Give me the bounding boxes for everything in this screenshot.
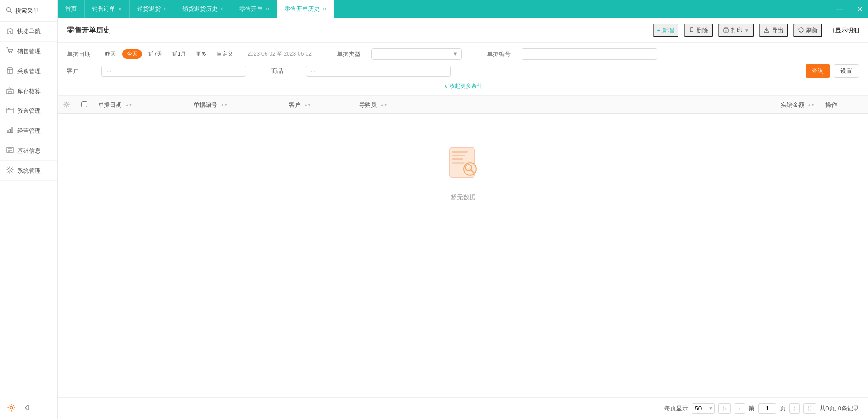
warehouse-icon [6, 87, 14, 95]
print-icon [723, 27, 729, 34]
window-minimize-icon[interactable]: — [836, 5, 843, 13]
add-button[interactable]: + 新增 [653, 24, 679, 37]
sidebar-item-operation[interactable]: 经营管理 [0, 121, 57, 141]
collapse-button[interactable]: ∧ 收起更多条件 [444, 82, 482, 90]
amount-sort-icon[interactable]: ▲▼ [807, 103, 815, 107]
sidebar-item-label: 库存核算 [17, 87, 41, 95]
tab-retail-open[interactable]: 零售开单 ✕ [232, 0, 277, 18]
sidebar-item-basic-info[interactable]: 基础信息 [0, 141, 57, 161]
number-sort-icon[interactable]: ▲▼ [220, 103, 228, 107]
delete-button[interactable]: 删除 [684, 24, 713, 37]
sidebar-search[interactable]: 搜索采单 [0, 0, 57, 22]
tab-sales-return[interactable]: 销货退货 ✕ [130, 0, 175, 18]
date-option-7days[interactable]: 近7天 [145, 49, 166, 59]
per-page-select[interactable]: 10 20 50 100 [692, 403, 715, 414]
data-table: 单据日期 ▲▼ 单据编号 ▲▼ 客户 ▲▼ 导购员 [58, 96, 868, 114]
date-sort-icon[interactable]: ▲▼ [125, 103, 133, 107]
display-detail-checkbox[interactable] [828, 28, 834, 33]
th-date-label: 单据日期 [98, 101, 122, 108]
number-input[interactable] [522, 48, 657, 60]
goods-input[interactable]: ··· [306, 66, 451, 77]
guide-sort-icon[interactable]: ▲▼ [380, 103, 388, 107]
next-page-button[interactable]: ⟩ [789, 403, 800, 414]
tab-close-sales-order[interactable]: ✕ [118, 6, 122, 12]
sidebar-item-label: 基础信息 [17, 147, 41, 155]
th-guide: 导购员 ▲▼ [354, 96, 436, 114]
window-maximize-icon[interactable]: □ [848, 5, 852, 13]
date-option-today[interactable]: 今天 [122, 49, 142, 59]
sidebar-item-sales-mgmt[interactable]: 销售管理 [0, 42, 57, 61]
select-all-checkbox[interactable] [81, 101, 87, 107]
first-page-button[interactable]: ⟨⟨ [718, 403, 731, 414]
th-actions-label: 操作 [825, 101, 837, 108]
th-guide-label: 导购员 [359, 101, 377, 108]
th-date: 单据日期 ▲▼ [93, 96, 188, 114]
svg-rect-14 [11, 128, 13, 133]
collapse-row: ∧ 收起更多条件 [67, 82, 859, 90]
window-controls: — □ ✕ [836, 5, 868, 14]
settings-filter-button[interactable]: 设置 [834, 64, 859, 78]
type-filter-label: 单据类型 [337, 50, 364, 58]
tab-close-retail-open[interactable]: ✕ [266, 6, 270, 12]
cart-icon [6, 47, 14, 56]
export-button[interactable]: 导出 [759, 24, 788, 37]
date-range-display: 2023-06-02 至 2023-06-02 [247, 50, 311, 58]
table-header: 单据日期 ▲▼ 单据编号 ▲▼ 客户 ▲▼ 导购员 [58, 96, 868, 114]
window-close-icon[interactable]: ✕ [857, 5, 863, 14]
sidebar-item-label: 销售管理 [17, 47, 41, 56]
goods-filter-label: 商品 [271, 67, 299, 75]
svg-rect-13 [9, 129, 11, 133]
print-button[interactable]: 打印 ▼ [718, 24, 754, 37]
collapse-sidebar-icon[interactable] [23, 404, 31, 414]
tab-sales-order[interactable]: 销售订单 ✕ [85, 0, 130, 18]
chart-icon [6, 127, 14, 135]
system-icon [6, 166, 14, 175]
plus-icon: + [657, 27, 661, 34]
total-text: 共0页, 0条记录 [820, 405, 859, 413]
page-title: 零售开单历史 [67, 26, 110, 35]
customer-sort-icon[interactable]: ▲▼ [304, 103, 311, 107]
date-option-1month[interactable]: 近1月 [169, 49, 190, 59]
empty-state: 暂无数据 [58, 114, 868, 229]
th-number-label: 单据编号 [194, 101, 217, 108]
sidebar-item-purchase-mgmt[interactable]: 采购管理 [0, 61, 57, 81]
display-detail-toggle[interactable]: 显示明细 [828, 26, 859, 34]
filter-row-1: 单据日期 昨天 今天 近7天 近1月 更多 自定义 2023-06-02 至 2… [67, 48, 859, 60]
customer-filter-label: 客户 [67, 67, 94, 75]
last-page-button[interactable]: ⟩⟩ [803, 403, 816, 414]
svg-rect-12 [7, 131, 9, 133]
info-icon [6, 146, 14, 155]
tab-retail-open-history[interactable]: 零售开单历史 ✕ [277, 0, 334, 18]
svg-rect-7 [9, 91, 11, 94]
date-option-custom[interactable]: 自定义 [213, 49, 237, 59]
svg-point-11 [9, 108, 10, 109]
column-settings-icon[interactable] [63, 102, 70, 109]
current-page-input[interactable] [758, 403, 776, 414]
sidebar-item-inventory[interactable]: 库存核算 [0, 81, 57, 101]
sidebar-item-quick-nav[interactable]: 快捷导航 [0, 22, 57, 42]
customer-input[interactable]: ··· [101, 66, 246, 77]
tab-close-sales-return[interactable]: ✕ [163, 6, 167, 12]
table-container: 单据日期 ▲▼ 单据编号 ▲▼ 客户 ▲▼ 导购员 [58, 96, 868, 397]
tab-close-sales-return-history[interactable]: ✕ [220, 6, 224, 12]
th-actions: 操作 [820, 96, 868, 114]
th-customer-label: 客户 [289, 101, 301, 108]
main-content: 首页 销售订单 ✕ 销货退货 ✕ 销货退货历史 ✕ 零售开单 ✕ 零售开单历史 … [58, 0, 868, 419]
type-select-wrapper: ▼ [371, 48, 462, 60]
tab-close-retail-open-history[interactable]: ✕ [323, 6, 327, 12]
tab-home[interactable]: 首页 [58, 0, 85, 18]
svg-point-2 [9, 52, 10, 53]
sidebar-item-label: 采购管理 [17, 67, 41, 75]
type-select[interactable] [371, 48, 462, 60]
prev-page-button[interactable]: ⟨ [735, 403, 745, 414]
refresh-button[interactable]: 刷新 [793, 24, 822, 37]
sidebar-item-system-mgmt[interactable]: 系统管理 [0, 161, 57, 181]
tab-sales-return-history[interactable]: 销货退货历史 ✕ [175, 0, 232, 18]
sidebar-item-label: 经营管理 [17, 127, 41, 135]
sidebar-item-finance[interactable]: 资金管理 [0, 101, 57, 121]
header-actions: + 新增 删除 [653, 24, 859, 37]
date-option-more[interactable]: 更多 [192, 49, 210, 59]
settings-bottom-icon[interactable] [7, 404, 15, 414]
date-option-yesterday[interactable]: 昨天 [101, 49, 119, 59]
query-button[interactable]: 查询 [806, 64, 830, 78]
